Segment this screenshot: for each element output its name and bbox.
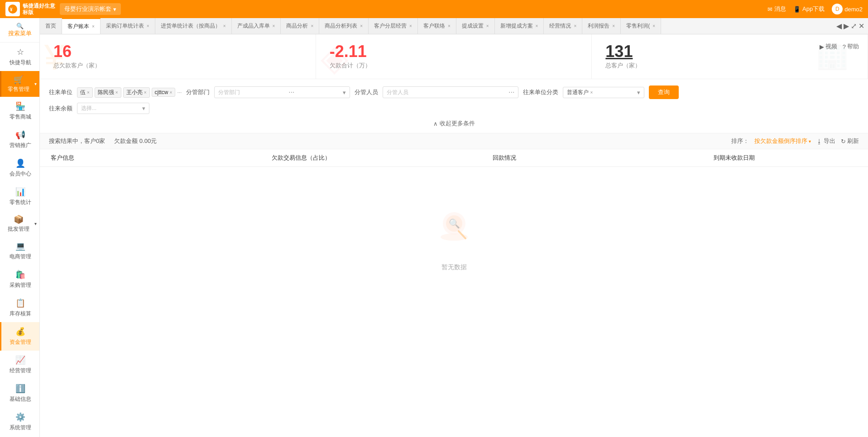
category-tag-close[interactable]: × <box>590 90 593 95</box>
debt-bg-icon: ◈ <box>321 37 349 79</box>
tab-new-promote-plan[interactable]: 新增提成方案 × <box>495 18 544 34</box>
tab-close-all-button[interactable]: ✕ <box>858 22 864 30</box>
tab-retail-profit[interactable]: 零售利润( × <box>621 18 661 34</box>
person-filter-select[interactable]: 分管人员 ··· <box>383 86 518 98</box>
marketing-icon: 📢 <box>15 130 25 140</box>
person-filter-label: 分管人员 <box>355 88 378 96</box>
user-avatar[interactable]: D demo2 <box>832 4 863 14</box>
tab-maximize-button[interactable]: ⤢ <box>851 22 857 30</box>
help-button[interactable]: ? 帮助 <box>843 43 859 51</box>
sidebar-item-capital[interactable]: 💰 资金管理 <box>0 322 39 351</box>
results-info: 搜索结果中，客户0家 欠款金额 0.00元 <box>49 137 157 145</box>
dept-filter-select[interactable]: 分管部门 ··· ▾ <box>214 86 350 98</box>
dept-more-icon: ··· <box>288 88 294 96</box>
total-all-customers-value: 131 <box>605 43 641 60</box>
sidebar-item-quick-nav[interactable]: ☆ 快捷导航 <box>0 43 39 71</box>
tab-next-button[interactable]: ▶ <box>844 22 849 30</box>
company-tag-more[interactable]: ··· <box>177 89 182 95</box>
results-customer-count: 搜索结果中，客户0家 <box>49 137 105 145</box>
retail-mgmt-icon: 🛒 <box>14 75 24 85</box>
tab-operations[interactable]: 经营情况 × <box>544 18 582 34</box>
tab-product-stock-in[interactable]: 产成品入库单 × <box>232 18 281 34</box>
play-icon: ▶ <box>820 43 824 50</box>
logo-text: 畅捷通好生意 标版 <box>23 3 55 16</box>
tab-customer-segment[interactable]: 客户分层经营 × <box>369 18 418 34</box>
tab-close-customer-contact[interactable]: × <box>448 24 451 28</box>
total-all-customers-label: 总客户（家） <box>605 62 641 70</box>
tab-close-product-analysis[interactable]: × <box>311 24 313 28</box>
refresh-button[interactable]: ↻ 刷新 <box>841 137 859 145</box>
message-button[interactable]: ✉ 消息 <box>767 5 786 13</box>
company-tag-chen-close[interactable]: × <box>115 90 118 95</box>
tab-close-promote-settings[interactable]: × <box>486 24 489 28</box>
sort-by-button[interactable]: 按欠款金额倒序排序 ▾ <box>754 137 811 145</box>
company-filter-tags: 伍 × 陈民强 × 王小亮 × cjttcw × <box>77 87 182 98</box>
svg-text:🔍: 🔍 <box>449 218 460 229</box>
table-header-debt-info: 欠款交易信息（占比） <box>270 154 491 162</box>
tab-stock-in-stats[interactable]: 进货单统计表（按商品） × <box>155 18 232 34</box>
tab-profit-report[interactable]: 利润报告 × <box>582 18 621 34</box>
tab-product-analysis-list[interactable]: 商品分析列表 × <box>319 18 369 34</box>
sidebar-item-retail-mall[interactable]: 🏪 零售商城 <box>0 97 39 125</box>
category-tag-normal: 普通客户 × <box>567 89 593 96</box>
tab-close-profit-report[interactable]: × <box>612 24 615 28</box>
app-download-button[interactable]: 📱 App下载 <box>793 5 825 13</box>
company-tag-cjttcw: cjttcw × <box>152 88 176 97</box>
tab-close-operations[interactable]: × <box>574 24 576 28</box>
collapse-button[interactable]: ∧ 收起更多条件 <box>49 118 859 129</box>
sidebar-item-inventory[interactable]: 📋 库存核算 <box>0 294 39 322</box>
stats-icon: 📊 <box>15 187 25 197</box>
company-tag-cjttcw-close[interactable]: × <box>170 90 173 95</box>
tab-home[interactable]: 首页 <box>40 18 62 34</box>
logo-icon: ¥ <box>5 2 20 16</box>
data-table: 客户信息 欠款交易信息（占比） 回款情况 到期未收款日期 🔍 <box>40 149 868 308</box>
sidebar-item-ecommerce[interactable]: 💻 电商管理 <box>0 237 39 265</box>
sidebar: 🔍 搜索菜单 ☆ 快捷导航 🛒 零售管理 ▾ 🏪 零售商城 📢 营销推广 👤 会… <box>0 18 40 437</box>
tab-close-customer-segment[interactable]: × <box>409 24 412 28</box>
filter-row-2: 往来余额 选择... ▾ <box>49 103 859 114</box>
company-tag-wu-close[interactable]: × <box>87 90 90 95</box>
results-debt-amount: 欠款金额 0.00元 <box>114 137 157 145</box>
org-selector[interactable]: 母婴行业演示帐套 ▾ <box>60 3 121 15</box>
tab-close-stock-in[interactable]: × <box>223 24 226 28</box>
search-icon: 🔍 <box>16 23 24 29</box>
query-button[interactable]: 查询 <box>649 86 679 99</box>
video-button[interactable]: ▶ 视频 <box>820 43 837 51</box>
category-filter-select[interactable]: 普通客户 × ▾ <box>563 87 644 98</box>
export-icon: ⭳ <box>816 138 822 145</box>
help-icon: ? <box>843 43 846 50</box>
chevron-down-icon: ▾ <box>113 6 116 13</box>
tab-prev-button[interactable]: ◀ <box>836 22 842 30</box>
tab-close-customer-account[interactable]: × <box>92 24 95 29</box>
sidebar-item-system[interactable]: ⚙️ 系统管理 <box>0 408 39 436</box>
tab-close-purchase-order[interactable]: × <box>147 24 149 28</box>
tab-close-retail-profit[interactable]: × <box>652 24 655 28</box>
company-tag-wang-close[interactable]: × <box>144 90 147 95</box>
sidebar-search[interactable]: 🔍 搜索菜单 <box>0 18 39 43</box>
ecommerce-icon: 💻 <box>15 241 25 251</box>
sidebar-item-retail-mgmt[interactable]: 🛒 零售管理 ▾ <box>0 71 39 97</box>
sidebar-item-wholesale-mgmt[interactable]: 📦 批发管理 ▾ <box>0 211 39 237</box>
tab-purchase-order-stats[interactable]: 采购订单统计表 × <box>101 18 155 34</box>
sidebar-item-retail-stats[interactable]: 📊 零售统计 <box>0 182 39 211</box>
balance-filter-select[interactable]: 选择... ▾ <box>77 103 149 114</box>
tab-close-product-stock-in[interactable]: × <box>273 24 275 28</box>
export-button[interactable]: ⭳ 导出 <box>816 137 835 145</box>
sort-label: 排序： <box>731 137 749 145</box>
purchase-icon: 🛍️ <box>15 270 25 280</box>
tab-close-product-analysis-list[interactable]: × <box>360 24 363 28</box>
tab-customer-account[interactable]: 客户账本 × <box>62 18 101 34</box>
company-tag-chen: 陈民强 × <box>95 87 121 98</box>
empty-illustration: 🔍 <box>432 203 477 257</box>
tab-customer-contact[interactable]: 客户联络 × <box>418 18 456 34</box>
tab-promote-settings[interactable]: 提成设置 × <box>456 18 495 34</box>
tab-product-analysis[interactable]: 商品分析 × <box>281 18 319 34</box>
sidebar-item-marketing[interactable]: 📢 营销推广 <box>0 125 39 154</box>
system-icon: ⚙️ <box>15 412 25 422</box>
tab-close-new-promote-plan[interactable]: × <box>536 24 538 28</box>
sort-arrow-icon: ▾ <box>809 139 811 144</box>
sidebar-item-member-center[interactable]: 👤 会员中心 <box>0 154 39 182</box>
sidebar-item-basic-info[interactable]: ℹ️ 基础信息 <box>0 379 39 408</box>
sidebar-item-purchase[interactable]: 🛍️ 采购管理 <box>0 265 39 294</box>
sidebar-item-operations[interactable]: 📈 经营管理 <box>0 351 39 379</box>
